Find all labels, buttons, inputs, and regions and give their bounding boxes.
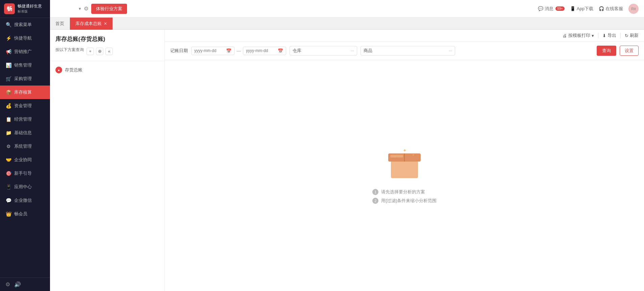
empty-illustration: ✦ ✦ ✦ xyxy=(384,146,425,181)
step-2: 2 用[过滤]条件来缩小分析范围 xyxy=(372,196,436,205)
tab-inventory-ledger[interactable]: 库存成本总账 ✕ xyxy=(70,18,113,30)
list-item[interactable]: ● 存货总账 xyxy=(50,64,165,76)
left-panel: 库存总账(存货总账) 按以下方案查询 + ⊕ « xyxy=(50,30,165,291)
date-separator: — xyxy=(237,48,241,53)
sidebar-item-sales[interactable]: 📊 销售管理 xyxy=(0,58,50,72)
refresh-icon: ↻ xyxy=(625,33,628,38)
filter-icon: ⊕ xyxy=(98,49,102,54)
sidebar-bottom: ⚙ 🔊 xyxy=(0,277,50,291)
sidebar-item-purchase[interactable]: 🛒 采购管理 xyxy=(0,72,50,86)
sidebar-item-quick-nav[interactable]: ⚡ 快捷导航 xyxy=(0,31,50,45)
warehouse-select[interactable]: 仓库 ··· xyxy=(290,46,357,55)
empty-box-svg: ✦ ✦ ✦ xyxy=(384,146,425,180)
empty-steps: 1 请先选择要分析的方案 2 用[过滤]条件来缩小分析范围 xyxy=(372,188,436,205)
sidebar-item-label: 搜索菜单 xyxy=(14,22,32,28)
item-label: 存货总账 xyxy=(65,67,82,73)
sidebar-item-label: 销售管理 xyxy=(14,62,32,68)
add-filter-btn[interactable]: + xyxy=(86,48,94,55)
basic-info-icon: 📁 xyxy=(5,130,11,136)
sidebar-item-system[interactable]: ⚙ 系统管理 xyxy=(0,140,50,153)
search-menu-icon: 🔍 xyxy=(5,22,11,28)
sidebar-item-label: 库存核算 xyxy=(14,89,32,95)
guide-icon: 🎯 xyxy=(5,170,11,176)
left-panel-header: 库存总账(存货总账) 按以下方案查询 + ⊕ « xyxy=(50,30,165,61)
sidebar-item-basic-info[interactable]: 📁 基础信息 xyxy=(0,126,50,140)
step-1: 1 请先选择要分析的方案 xyxy=(372,188,436,196)
calendar-icon-2[interactable]: 📅 xyxy=(278,48,283,53)
query-button[interactable]: 查询 xyxy=(597,46,616,56)
settings-button[interactable]: 设置 xyxy=(620,46,639,56)
message-badge: 99+ xyxy=(555,6,565,11)
goods-more-icon: ··· xyxy=(449,48,452,53)
topbar-left: ▾ ⚙ 体验行业方案 xyxy=(55,4,535,14)
sidebar-item-inventory[interactable]: 📦 库存核算 xyxy=(0,86,50,99)
sidebar-item-search-menu[interactable]: 🔍 搜索菜单 xyxy=(0,18,50,31)
toolbar-divider xyxy=(598,33,598,38)
gear-icon[interactable]: ⚙ xyxy=(84,5,89,12)
sidebar-nav: 🔍 搜索菜单 ⚡ 快捷导航 📢 营销推广 📊 销售管理 🛒 采购管理 📦 库存核… xyxy=(0,18,50,277)
goods-label: 商品 xyxy=(364,48,447,54)
online-service-btn[interactable]: 🎧 在线客服 xyxy=(599,6,623,12)
empty-state: ✦ ✦ ✦ 1 请先选择要分析的方案 2 用[过滤]条件来缩小分析范围 xyxy=(165,60,644,291)
sidebar-item-wechat[interactable]: 💬 企业微信 xyxy=(0,194,50,207)
operations-icon: 📋 xyxy=(5,116,11,122)
topbar-right: 💬 消息 99+ 📱 App下载 🎧 在线客服 Rit xyxy=(538,4,639,14)
more-icon: ··· xyxy=(351,48,354,53)
step-1-text: 请先选择要分析的方案 xyxy=(381,188,425,196)
message-label: 消息 xyxy=(545,6,553,12)
print-btn[interactable]: 🖨 按模板打印 ▾ xyxy=(563,32,594,39)
sidebar-item-label: 资金管理 xyxy=(14,103,32,109)
right-panel: 🖨 按模板打印 ▾ ⬇ 导出 ↻ 刷新 记账日期 xyxy=(165,30,644,291)
settings-icon[interactable]: ⚙ xyxy=(5,281,10,288)
chevron-down-icon: ▾ xyxy=(592,33,594,38)
date-to-field[interactable] xyxy=(246,48,276,53)
phone-icon: 📱 xyxy=(570,6,575,11)
chevron-down-icon: ▾ xyxy=(79,6,81,11)
sidebar-item-member[interactable]: 👑 畅会员 xyxy=(0,207,50,221)
filter-label: 按以下方案查询 xyxy=(55,47,84,53)
refresh-btn[interactable]: ↻ 刷新 xyxy=(625,32,639,39)
headset-icon: 🎧 xyxy=(599,6,604,11)
calendar-icon[interactable]: 📅 xyxy=(226,48,231,53)
tab-close-icon[interactable]: ✕ xyxy=(104,21,107,26)
filter-items: ● 存货总账 xyxy=(50,61,165,79)
collapse-icon: « xyxy=(108,49,110,54)
svg-rect-3 xyxy=(390,155,403,157)
logo-title: 畅捷通好生意 xyxy=(18,4,42,9)
sidebar-item-label: 经营管理 xyxy=(14,116,32,122)
date-from-field[interactable] xyxy=(194,48,225,53)
audio-icon[interactable]: 🔊 xyxy=(14,281,21,288)
svg-rect-0 xyxy=(391,160,418,178)
export-icon: ⬇ xyxy=(602,33,606,38)
sales-icon: 📊 xyxy=(5,62,11,68)
sidebar-item-label: 应用中心 xyxy=(14,184,32,190)
sidebar-item-marketing[interactable]: 📢 营销推广 xyxy=(0,45,50,58)
date-to-input[interactable]: 📅 xyxy=(243,47,286,55)
toolbar: 🖨 按模板打印 ▾ ⬇ 导出 ↻ 刷新 xyxy=(165,30,644,42)
sidebar-item-app-center[interactable]: 📱 应用中心 xyxy=(0,180,50,194)
date-from-input[interactable]: 📅 xyxy=(191,47,234,55)
tab-home[interactable]: 首页 xyxy=(50,18,70,30)
selector-text xyxy=(55,6,77,12)
sidebar-item-guide[interactable]: 🎯 新手引导 xyxy=(0,167,50,180)
message-btn[interactable]: 💬 消息 99+ xyxy=(538,6,565,12)
purchase-icon: 🛒 xyxy=(5,76,11,82)
export-btn[interactable]: ⬇ 导出 xyxy=(602,32,616,39)
avatar[interactable]: Rit xyxy=(628,4,639,14)
sidebar-item-enterprise[interactable]: 🤝 企业协同 xyxy=(0,153,50,167)
sidebar-item-label: 基础信息 xyxy=(14,130,32,136)
app-center-icon: 📱 xyxy=(5,184,11,190)
sidebar-item-finance[interactable]: 💰 资金管理 xyxy=(0,99,50,113)
collapse-btn[interactable]: « xyxy=(105,48,113,55)
app-download-btn[interactable]: 📱 App下载 xyxy=(570,6,593,12)
marketing-icon: 📢 xyxy=(5,49,11,55)
member-icon: 👑 xyxy=(5,211,11,217)
step-1-num: 1 xyxy=(372,189,378,195)
filter-btn[interactable]: ⊕ xyxy=(96,48,103,55)
svg-text:✦: ✦ xyxy=(394,155,396,159)
topbar-selector[interactable]: ▾ xyxy=(55,6,81,12)
sidebar-item-operations[interactable]: 📋 经营管理 xyxy=(0,113,50,126)
industry-btn[interactable]: 体验行业方案 xyxy=(91,4,127,14)
query-bar: 记账日期 📅 — 📅 仓库 ··· xyxy=(165,42,644,60)
goods-select[interactable]: 商品 ··· xyxy=(361,46,455,55)
